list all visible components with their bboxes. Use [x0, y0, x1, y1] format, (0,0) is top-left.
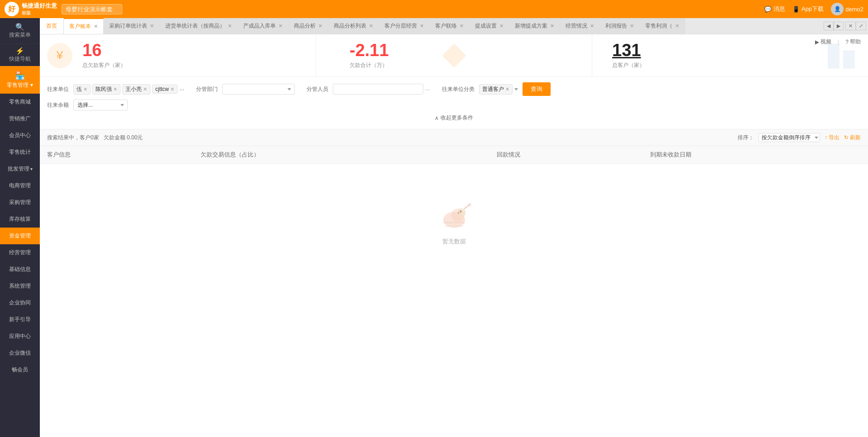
sidebar-item-retail-shop[interactable]: 零售商城	[0, 94, 40, 110]
empty-state-label: 暂无数据	[442, 238, 466, 246]
tab-retail-profit[interactable]: 零售利润（ ✕	[640, 18, 685, 34]
tag-close-cjttcw[interactable]: ✕	[170, 86, 174, 92]
tab-next-button[interactable]: ▶	[834, 22, 844, 30]
sidebar-item-inventory[interactable]: 库存核算	[0, 211, 40, 228]
filter-tag-wang: 王小亮 ✕	[122, 84, 150, 95]
tab-maximize-button[interactable]: ⤢	[856, 22, 866, 30]
sidebar-item-ecommerce[interactable]: 电商管理	[0, 177, 40, 194]
tab-promotion-settings[interactable]: 提成设置 ✕	[470, 18, 509, 34]
unit-class-wrap: 普通客户 ✕	[479, 84, 518, 95]
sidebar-item-membership[interactable]: 会员中心	[0, 127, 40, 144]
tab-customer-capital[interactable]: 客户账本 ✕	[64, 18, 104, 34]
filter-more-button[interactable]: ···	[179, 86, 184, 93]
svg-marker-0	[442, 43, 466, 67]
sidebar-item-purchase[interactable]: 采购管理	[0, 194, 40, 211]
help-link[interactable]: ? 帮助	[845, 38, 861, 46]
svg-point-16	[458, 212, 459, 214]
sidebar-item-retail-management[interactable]: 🏪 零售管理 ▾	[0, 66, 40, 94]
balance-select-wrap: 选择...	[73, 100, 128, 110]
tab-close-tier[interactable]: ✕	[420, 23, 424, 29]
app-download-button[interactable]: 📱 App下载	[792, 5, 824, 13]
sidebar-item-member[interactable]: 畅会员	[0, 361, 40, 378]
avatar: 👤	[831, 3, 844, 15]
workspace-selector[interactable]: 母婴行业演示帐套	[62, 4, 122, 14]
stat-total-customers-text: 131 总客户（家）	[612, 42, 645, 69]
empty-state: 暂无数据	[40, 164, 868, 282]
tab-goods-analysis[interactable]: 商品分析 ✕	[288, 18, 328, 34]
tab-close-new-promo[interactable]: ✕	[550, 23, 554, 29]
stat-bg-circle-1: ¥	[47, 43, 72, 68]
query-button[interactable]: 查询	[523, 82, 551, 96]
person-select-wrap: ···	[333, 84, 430, 95]
sidebar-item-finance[interactable]: 资金管理	[0, 228, 40, 244]
sidebar-item-system[interactable]: 系统管理	[0, 278, 40, 294]
sidebar-item-enterprise-wechat[interactable]: 企业微信	[0, 345, 40, 361]
stat-owed-amount-text: -2.11 欠款合计（万）	[350, 42, 389, 69]
tab-goods-stats[interactable]: 进货单统计表（按商品） ✕	[160, 18, 238, 34]
tab-goods-analysis-list[interactable]: 商品分析列表 ✕	[328, 18, 379, 34]
tab-close-retail[interactable]: ✕	[675, 23, 679, 29]
sidebar-item-marketing[interactable]: 营销推广	[0, 110, 40, 127]
sidebar-item-new-guide[interactable]: 新手引导	[0, 311, 40, 328]
tab-close-goods-list[interactable]: ✕	[369, 23, 373, 29]
unit-tags: 伍 ✕ 陈民强 ✕ 王小亮 ✕	[73, 84, 184, 95]
tab-close-purchase[interactable]: ✕	[150, 23, 154, 29]
sidebar-item-wholesale[interactable]: 批发管理▾	[0, 161, 40, 177]
sidebar-quick-nav[interactable]: ⚡ 快捷导航	[0, 44, 40, 66]
svg-rect-6	[834, 51, 837, 54]
owed-customers-value: 16	[82, 42, 126, 59]
tab-product-instock[interactable]: 产成品入库单 ✕	[238, 18, 288, 34]
sidebar-item-basic-info[interactable]: 基础信息	[0, 261, 40, 278]
sort-select[interactable]: 按欠款金额倒序排序	[758, 133, 820, 142]
tag-close-wang[interactable]: ✕	[143, 86, 147, 92]
balance-select[interactable]: 选择...	[73, 100, 128, 110]
sidebar-item-app-center[interactable]: 应用中心	[0, 328, 40, 345]
tab-profit-report[interactable]: 利润报告 ✕	[600, 18, 640, 34]
tab-customer-contact[interactable]: 客户联络 ✕	[430, 18, 470, 34]
tab-business-status[interactable]: 经营情况 ✕	[560, 18, 600, 34]
tag-close-normal-customer[interactable]: ✕	[505, 86, 509, 92]
tab-close-goods-analysis[interactable]: ✕	[318, 23, 322, 29]
sidebar: 🔍 搜索菜单 ⚡ 快捷导航 🏪 零售管理 ▾ 零售商城 营销推广 会员中心 零售…	[0, 18, 40, 437]
sidebar-item-operations[interactable]: 经营管理	[0, 244, 40, 261]
sidebar-item-retail-stats[interactable]: 零售统计	[0, 144, 40, 161]
tab-close-all-button[interactable]: ✕	[845, 22, 856, 30]
tab-close-goods-stats[interactable]: ✕	[228, 23, 232, 29]
collapse-button[interactable]: ∧ 收起更多条件	[435, 114, 473, 122]
collapse-section: ∧ 收起更多条件	[47, 114, 861, 122]
tab-home[interactable]: 首页	[40, 18, 64, 34]
user-menu[interactable]: 👤 demo2	[831, 3, 863, 15]
video-link[interactable]: ▶ 视频	[815, 38, 831, 46]
question-icon: ?	[845, 39, 849, 45]
tag-close-chen[interactable]: ✕	[113, 86, 117, 92]
tab-purchase-order-stats[interactable]: 采购订单统计表 ✕	[104, 18, 160, 34]
tab-close-promo-settings[interactable]: ✕	[499, 23, 504, 29]
wholesale-arrow-icon: ▾	[30, 166, 33, 171]
tab-close-contact[interactable]: ✕	[460, 23, 464, 29]
message-button[interactable]: 💬 消息	[764, 5, 785, 13]
tab-new-promotion[interactable]: 新增提成方案 ✕	[509, 18, 560, 34]
page-help-actions: ▶ 视频 | ? 帮助	[815, 38, 861, 46]
total-customers-value: 131	[612, 42, 645, 59]
person-more-dots[interactable]: ···	[425, 86, 430, 93]
tab-customer-tier[interactable]: 客户分层经营 ✕	[379, 18, 430, 34]
unit-class-tags: 普通客户 ✕	[479, 84, 513, 95]
result-summary: 搜索结果中，客户0家 欠款金额 0.00元	[47, 134, 143, 142]
tab-close-product[interactable]: ✕	[278, 23, 283, 29]
retail-management-icon: 🏪	[0, 71, 40, 81]
tab-close-biz[interactable]: ✕	[590, 23, 594, 29]
tab-close-profit[interactable]: ✕	[630, 23, 634, 29]
dept-select[interactable]	[222, 84, 295, 95]
sidebar-search[interactable]: 🔍 搜索菜单	[0, 18, 40, 44]
person-select[interactable]	[333, 84, 423, 95]
unit-class-filter-label: 往来单位分类	[442, 86, 475, 93]
tab-nav-buttons: ◀ ▶ ✕ ⤢	[822, 22, 868, 30]
svg-rect-1	[828, 43, 839, 68]
tag-close-wu[interactable]: ✕	[83, 86, 87, 92]
tab-close-customer-capital[interactable]: ✕	[94, 24, 98, 29]
svg-rect-8	[850, 52, 853, 55]
sidebar-item-enterprise[interactable]: 企业协同	[0, 294, 40, 311]
tab-prev-button[interactable]: ◀	[824, 22, 834, 30]
export-button[interactable]: ↑ 导出	[825, 134, 839, 142]
refresh-button[interactable]: ↻ 刷新	[844, 134, 861, 142]
